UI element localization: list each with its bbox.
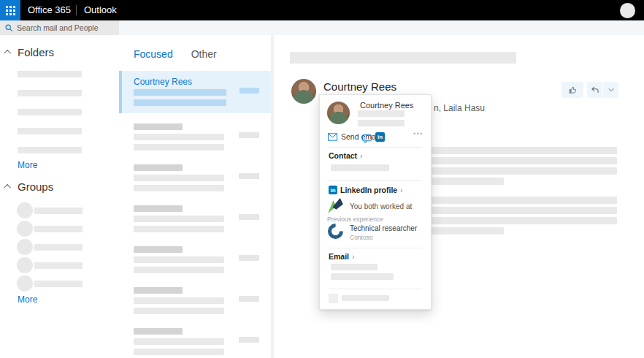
worked-at-text: You both worked at bbox=[350, 202, 412, 210]
sender-placeholder bbox=[134, 328, 183, 335]
chevron-right-icon: › bbox=[400, 186, 402, 194]
app-launcher-icon[interactable] bbox=[0, 0, 20, 20]
company-name: Contoso bbox=[350, 234, 373, 241]
group-name-placeholder bbox=[34, 207, 83, 214]
company-logo-icon bbox=[326, 197, 345, 215]
reply-options-button[interactable] bbox=[603, 82, 618, 98]
contact-section-label: Contact bbox=[329, 151, 357, 160]
groups-label: Groups bbox=[18, 180, 53, 193]
message-item[interactable] bbox=[119, 123, 271, 164]
card-divider bbox=[329, 248, 422, 248]
reply-button[interactable] bbox=[587, 82, 602, 98]
group-avatar-placeholder bbox=[17, 221, 33, 237]
folders-section-header[interactable]: Folders bbox=[6, 46, 54, 58]
chevron-up-icon bbox=[4, 184, 11, 191]
message-item[interactable] bbox=[119, 328, 271, 358]
group-skeleton-item[interactable] bbox=[17, 257, 104, 273]
preview-placeholder bbox=[134, 267, 224, 273]
group-skeleton-item[interactable] bbox=[17, 239, 104, 255]
sender-avatar[interactable] bbox=[291, 79, 316, 104]
job-title: Technical researcher bbox=[350, 224, 417, 232]
email-subject-placeholder bbox=[290, 52, 516, 64]
group-avatar-placeholder bbox=[17, 239, 33, 255]
message-item[interactable] bbox=[119, 164, 271, 205]
sender-placeholder bbox=[134, 287, 183, 294]
folder-skeleton-item[interactable] bbox=[18, 128, 82, 134]
search-input[interactable]: Search mail and People bbox=[0, 20, 119, 35]
subject-placeholder bbox=[134, 216, 224, 222]
group-name-placeholder bbox=[34, 262, 83, 269]
contact-title-placeholder bbox=[358, 110, 405, 117]
group-avatar-placeholder bbox=[17, 202, 33, 218]
more-actions-button[interactable]: ••• bbox=[413, 130, 423, 137]
search-placeholder: Search mail and People bbox=[17, 23, 99, 32]
card-footer-placeholder bbox=[342, 295, 389, 301]
folder-skeleton-item[interactable] bbox=[18, 90, 82, 96]
group-avatar-placeholder bbox=[17, 257, 33, 273]
linkedin-section-header[interactable]: in LinkedIn profile › bbox=[329, 186, 403, 194]
message-list-pane: Focused Other Courtney Rees bbox=[119, 35, 271, 358]
sender-placeholder bbox=[134, 205, 183, 212]
email-sender-name[interactable]: Courtney Rees bbox=[323, 80, 396, 93]
time-placeholder bbox=[239, 337, 259, 343]
folder-skeleton-list bbox=[18, 71, 82, 153]
tab-focused[interactable]: Focused bbox=[134, 48, 173, 60]
recipients-fragment: n, Laila Hasu bbox=[434, 103, 485, 113]
inbox-tabs: Focused Other bbox=[134, 48, 217, 60]
time-placeholder bbox=[239, 214, 259, 220]
reading-pane: Courtney Rees n, Laila Hasu bbox=[274, 35, 644, 358]
folder-skeleton-item[interactable] bbox=[18, 147, 82, 153]
previous-experience-label: Previous experience bbox=[327, 216, 383, 223]
user-avatar[interactable] bbox=[620, 3, 635, 18]
contact-section-header[interactable]: Contact › bbox=[329, 151, 362, 160]
message-item[interactable] bbox=[119, 246, 271, 287]
tab-other[interactable]: Other bbox=[191, 48, 217, 60]
linkedin-section-label: LinkedIn profile bbox=[340, 186, 397, 194]
groups-more-link[interactable]: More bbox=[18, 294, 37, 305]
time-placeholder bbox=[239, 255, 259, 261]
preview-placeholder bbox=[134, 99, 226, 106]
time-placeholder bbox=[239, 173, 259, 179]
groups-section-header[interactable]: Groups bbox=[6, 180, 53, 193]
subject-placeholder bbox=[134, 134, 224, 140]
group-skeleton-item[interactable] bbox=[17, 202, 104, 218]
brand-office365[interactable]: Office 365 bbox=[28, 0, 71, 20]
top-app-bar: Office 365 Outlook bbox=[0, 0, 644, 20]
group-skeleton-item[interactable] bbox=[17, 275, 104, 292]
send-email-label: Send email bbox=[341, 132, 380, 141]
chat-icon bbox=[362, 134, 372, 143]
email-section-header[interactable]: Email › bbox=[329, 252, 354, 261]
time-placeholder bbox=[239, 132, 259, 138]
preview-placeholder bbox=[134, 144, 224, 151]
folders-more-link[interactable]: More bbox=[18, 160, 37, 170]
group-skeleton-item[interactable] bbox=[17, 221, 104, 237]
preview-placeholder bbox=[134, 308, 224, 314]
message-skeleton-list bbox=[119, 123, 271, 358]
contact-name: Courtney Rees bbox=[360, 101, 413, 110]
sidebar: Folders More Groups bbox=[0, 35, 118, 358]
message-item[interactable] bbox=[119, 287, 271, 328]
card-divider bbox=[329, 180, 422, 181]
toolbar-band bbox=[119, 20, 644, 35]
message-item-selected[interactable]: Courtney Rees bbox=[119, 71, 271, 113]
card-divider bbox=[329, 289, 422, 289]
subject-placeholder bbox=[134, 338, 224, 345]
like-button[interactable] bbox=[561, 82, 583, 98]
sender-placeholder bbox=[134, 164, 183, 171]
search-icon bbox=[5, 24, 13, 32]
brand-divider bbox=[76, 5, 77, 15]
thumbs-up-icon bbox=[567, 85, 578, 95]
linkedin-icon[interactable]: in bbox=[375, 132, 385, 142]
folder-skeleton-item[interactable] bbox=[18, 71, 82, 77]
subject-placeholder bbox=[134, 89, 226, 96]
message-item[interactable] bbox=[119, 205, 271, 246]
folders-label: Folders bbox=[18, 46, 54, 58]
contact-detail-placeholder bbox=[358, 120, 405, 126]
folder-skeleton-item[interactable] bbox=[18, 109, 82, 115]
subject-placeholder bbox=[134, 256, 224, 263]
subject-placeholder bbox=[134, 297, 224, 304]
message-sender: Courtney Rees bbox=[134, 77, 192, 87]
envelope-icon bbox=[328, 133, 337, 141]
app-title-outlook[interactable]: Outlook bbox=[84, 0, 117, 20]
chat-button[interactable] bbox=[362, 133, 372, 146]
